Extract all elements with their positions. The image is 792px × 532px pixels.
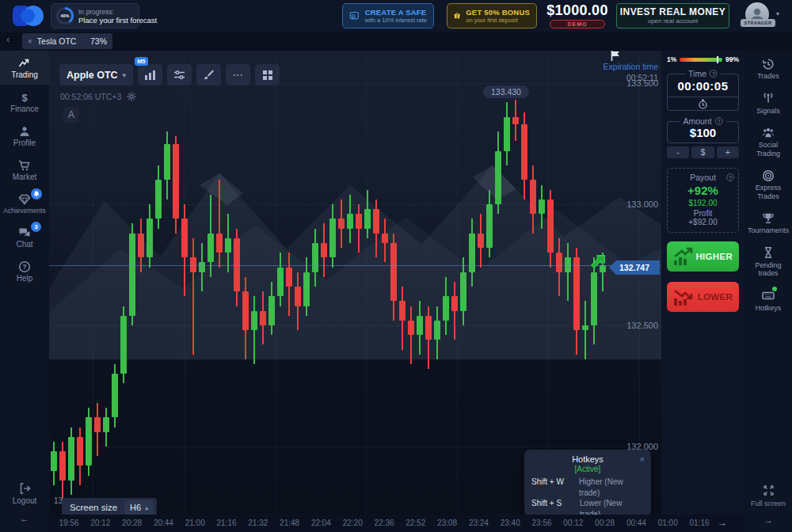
trophy-icon [744,211,792,224]
scroll-right-arrow-icon[interactable]: → [717,517,727,529]
gear-icon[interactable] [127,92,136,101]
create-safe-banner[interactable]: CREATE A SAFE with a 10% interest rate [342,3,434,28]
expiration-time: 00:52:11 [604,73,658,82]
time-axis[interactable]: → 19:5620:1220:2820:4421:0021:1621:3221:… [49,515,744,532]
candle-body [59,451,66,481]
candle-body [312,243,318,272]
rail-item-trades[interactable]: Trades [744,51,792,86]
rail-item-express-trades[interactable]: Express Trades [744,162,792,205]
signals-icon [744,91,792,104]
candle-body [173,144,179,219]
payout-amount: $192.00 [671,199,735,207]
svg-text:?: ? [22,263,26,271]
asset-tab-bar: ‹ × Tesla OTC 73% [0,32,792,51]
asset-select-dropdown[interactable]: Apple OTC ▾ [59,64,133,86]
amount-currency-button[interactable]: $ [691,146,714,158]
onboarding-progress-widget[interactable]: 40% In progress: Place your first foreca… [51,3,139,28]
price-axis-label: 132.500 [611,321,658,330]
sidebar-item-logout[interactable]: Logout [0,481,49,505]
expiration-flag-icon [610,51,621,62]
tabs-back-chevron-icon[interactable]: ‹ [6,33,10,45]
candle-body [547,200,554,253]
rail-item-pending-trades[interactable]: Pending trades [744,240,792,283]
chart-type-button[interactable]: M5 [138,64,162,86]
indicators-button[interactable] [167,64,192,86]
time-axis-label: 00:44 [626,519,646,527]
rail-item-tournaments[interactable]: Tournaments [744,205,792,240]
user-menu[interactable]: STRANGER ▾ [739,2,779,29]
amount-field: Amount? $100 [667,121,739,143]
time-axis-label: 00:12 [563,519,583,527]
app-logo-icon[interactable] [11,4,46,28]
rail-item-social-trading[interactable]: Social Trading [744,120,792,162]
sidebar-item-trading[interactable]: Trading [0,51,49,85]
chart-surface[interactable]: 133.500133.000132.500132.000 132.747 133… [49,51,661,515]
sidebar-item-help[interactable]: ? Help [0,254,49,288]
expand-rail-icon[interactable]: → [744,515,792,526]
amount-decrease-button[interactable]: - [667,146,689,158]
time-axis-label: 22:52 [406,519,425,527]
close-icon[interactable]: × [640,454,645,464]
timer-mode-button[interactable] [668,97,738,110]
asset-tab-tesla[interactable]: × Tesla OTC 73% [22,33,112,49]
candle-body [164,144,170,180]
help-icon: ? [0,259,49,272]
fullscreen-button[interactable]: Full screen [744,483,792,507]
drawing-tools-button[interactable] [196,64,221,86]
candle-body [478,234,484,248]
sidebar-item-market[interactable]: Market [0,153,49,187]
time-axis-label: 00:28 [595,519,615,527]
time-axis-label: 23:56 [531,519,551,527]
invest-real-money-button[interactable]: INVEST REAL MONEY open real account [616,3,729,28]
candle-wick [192,238,194,355]
layout-grid-button[interactable] [255,64,280,86]
screen-size-select[interactable]: H6 ▴ [124,500,154,515]
chevron-up-icon: ▴ [145,504,148,511]
sidebar-item-chat[interactable]: Chat3 [0,220,49,254]
candle-body [129,234,135,316]
person-icon [0,124,49,137]
brush-icon [203,69,215,81]
gridline [49,204,661,205]
fullscreen-label: Full screen [744,500,792,507]
close-tab-icon[interactable]: × [28,37,32,46]
dollar-icon: $ [0,89,49,103]
candle-wick [454,282,455,340]
candle-wick [584,301,586,359]
time-axis-label: 23:24 [469,519,489,527]
bonus-banner[interactable]: GET 50% BONUS on your first deposit [447,3,537,28]
higher-button[interactable]: HIGHER [667,241,739,272]
candle-body [539,200,545,214]
time-axis-label: 21:48 [280,519,299,527]
grid-icon [262,70,273,81]
sidebar-item-profile[interactable]: Profile [0,119,49,153]
sidebar-item-achievements[interactable]: Achievements [0,187,49,220]
candle-body [556,253,562,272]
chart-down-icon [673,287,694,306]
tab-payout-percent: 73% [90,36,107,46]
candle-body [425,316,432,340]
balance-amount: $1000.00 [543,2,611,19]
more-tools-button[interactable]: ⋯ [226,64,250,86]
sentiment-low: 1% [667,55,676,63]
chat-icon [0,225,49,238]
candle-body [347,214,353,228]
collapse-sidebar-icon[interactable]: ← [0,513,49,524]
hotkeys-status: [Active] [531,465,644,473]
logout-icon [18,482,31,495]
candle-body [303,272,310,306]
help-icon[interactable]: ? [726,173,734,181]
help-icon[interactable]: ? [710,70,718,78]
annotation-marker[interactable]: A [63,107,79,123]
rail-item-hotkeys[interactable]: Hotkeys [744,283,792,317]
candle-body [68,437,74,481]
rail-item-signals[interactable]: Signals [744,86,792,120]
help-icon[interactable]: ? [715,117,723,125]
candle-body [208,234,214,263]
candle-body [51,451,57,470]
candle-body [216,234,223,253]
sidebar-item-finance[interactable]: $ Finance [0,85,49,119]
account-balance[interactable]: $1000.00 DEMO [543,2,611,28]
amount-increase-button[interactable]: + [717,146,739,158]
lower-button[interactable]: LOWER [667,282,739,312]
